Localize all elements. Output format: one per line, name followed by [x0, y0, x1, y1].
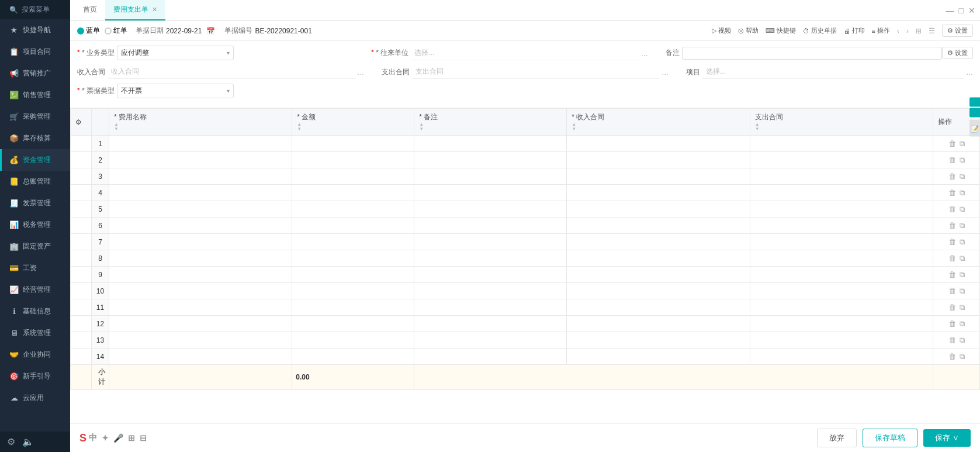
row-amount-6[interactable] [292, 218, 414, 234]
row-copy-icon-10[interactable]: ⧉ [960, 287, 965, 296]
row-name-13[interactable] [109, 332, 292, 349]
row-delete-icon-11[interactable]: 🗑 [948, 303, 956, 312]
row-delete-icon-13[interactable]: 🗑 [948, 336, 956, 345]
row-name-10[interactable] [109, 283, 292, 299]
row-copy-icon-12[interactable]: ⧉ [960, 319, 965, 329]
row-amount-7[interactable] [292, 234, 414, 250]
tab-close-expense-bill[interactable]: ✕ [152, 6, 157, 13]
col-income-sort[interactable]: ▲▼ [572, 122, 744, 132]
row-note-1[interactable] [414, 136, 567, 152]
sidebar-item-project-contract[interactable]: 📋 项目合同 [0, 41, 70, 63]
row-delete-icon-9[interactable]: 🗑 [948, 270, 956, 280]
col-name-sort[interactable]: ▲▼ [114, 122, 287, 132]
row-income-1[interactable] [567, 136, 750, 152]
col-header-expense[interactable]: 支出合同 ▲▼ [750, 109, 933, 136]
row-income-7[interactable] [567, 234, 750, 250]
tab-expense-bill[interactable]: 费用支出单✕ [105, 0, 165, 20]
row-name-11[interactable] [109, 299, 292, 316]
save-button[interactable]: 保存 ∨ [923, 429, 971, 447]
row-income-14[interactable] [567, 349, 750, 365]
sidebar-item-finance[interactable]: 💰 资金管理 [0, 149, 70, 171]
row-note-2[interactable] [414, 152, 567, 168]
settings-btn[interactable]: ⚙ 设置 [942, 25, 973, 37]
row-delete-icon-5[interactable]: 🗑 [948, 205, 956, 214]
row-amount-9[interactable] [292, 267, 414, 283]
row-copy-icon-14[interactable]: ⧉ [960, 352, 965, 361]
partner-input[interactable]: 选择... [411, 46, 639, 60]
action-btn[interactable]: ≡ 操作 [872, 26, 890, 35]
row-amount-10[interactable] [292, 283, 414, 299]
expense-contract-input[interactable]: 支出合同 [412, 65, 659, 79]
grid-view-icon[interactable]: ⊞ [916, 27, 922, 35]
project-dots[interactable]: ... [966, 67, 973, 77]
row-expense-3[interactable] [750, 168, 933, 185]
row-copy-icon-5[interactable]: ⧉ [960, 205, 965, 214]
row-amount-2[interactable] [292, 152, 414, 168]
help-btn[interactable]: ◎ 帮助 [738, 26, 759, 35]
sidebar-item-accounting[interactable]: 📒 总账管理 [0, 171, 70, 192]
close-icon[interactable]: ✕ [968, 6, 975, 15]
maximize-icon[interactable]: □ [959, 6, 964, 15]
row-income-5[interactable] [567, 201, 750, 218]
logo-icon-2[interactable]: ✦ [102, 433, 109, 443]
row-name-7[interactable] [109, 234, 292, 250]
row-expense-14[interactable] [750, 349, 933, 365]
row-expense-1[interactable] [750, 136, 933, 152]
row-name-8[interactable] [109, 250, 292, 267]
col-header-name[interactable]: * 费用名称 ▲▼ [109, 109, 292, 136]
row-expense-4[interactable] [750, 185, 933, 201]
col-header-settings[interactable]: ⚙ [71, 109, 92, 136]
row-copy-icon-6[interactable]: ⧉ [960, 221, 965, 230]
row-delete-icon-2[interactable]: 🗑 [948, 156, 956, 165]
row-delete-icon-14[interactable]: 🗑 [948, 352, 956, 361]
project-input[interactable]: 选择... [702, 65, 964, 79]
row-amount-1[interactable] [292, 136, 414, 152]
sidebar-item-newcomer[interactable]: 🎯 新手引导 [0, 365, 70, 387]
sidebar-item-invoice[interactable]: 🧾 发票管理 [0, 192, 70, 214]
sidebar-item-fixed-assets[interactable]: 🏢 固定资产 [0, 236, 70, 257]
row-name-2[interactable] [109, 152, 292, 168]
row-copy-icon-7[interactable]: ⧉ [960, 237, 965, 247]
row-expense-13[interactable] [750, 332, 933, 349]
row-note-9[interactable] [414, 267, 567, 283]
sidebar-item-payroll[interactable]: 💳 工资 [0, 257, 70, 279]
row-copy-icon-11[interactable]: ⧉ [960, 303, 965, 312]
note-input[interactable] [682, 47, 942, 60]
row-note-8[interactable] [414, 250, 567, 267]
row-copy-icon-4[interactable]: ⧉ [960, 188, 965, 198]
col-header-amount[interactable]: * 金额 ▲▼ [292, 109, 414, 136]
row-amount-12[interactable] [292, 316, 414, 332]
row-note-11[interactable] [414, 299, 567, 316]
row-delete-icon-6[interactable]: 🗑 [948, 221, 956, 230]
col-amount-sort[interactable]: ▲▼ [297, 122, 409, 132]
calendar-icon[interactable]: 📅 [206, 27, 215, 35]
income-contract-dots[interactable]: ... [357, 67, 364, 77]
row-amount-4[interactable] [292, 185, 414, 201]
row-copy-icon-8[interactable]: ⧉ [960, 254, 965, 263]
biz-type-select[interactable]: 应付调整 ▾ [117, 46, 234, 60]
row-expense-6[interactable] [750, 218, 933, 234]
video-btn[interactable]: ▷ 视频 [712, 26, 731, 35]
row-note-4[interactable] [414, 185, 567, 201]
print-btn[interactable]: 🖨 打印 [844, 26, 865, 35]
row-delete-icon-1[interactable]: 🗑 [948, 139, 956, 149]
row-note-13[interactable] [414, 332, 567, 349]
logo-icon-3[interactable]: 🎤 [113, 433, 123, 443]
row-income-12[interactable] [567, 316, 750, 332]
row-copy-icon-1[interactable]: ⧉ [960, 139, 965, 149]
row-delete-icon-10[interactable]: 🗑 [948, 287, 956, 296]
row-name-1[interactable] [109, 136, 292, 152]
col-header-income[interactable]: * 收入合同 ▲▼ [567, 109, 750, 136]
row-amount-11[interactable] [292, 299, 414, 316]
sidebar-item-operations[interactable]: 📈 经营管理 [0, 279, 70, 301]
sidebar-item-quick-nav[interactable]: ★ 快捷导航 [0, 19, 70, 41]
row-income-2[interactable] [567, 152, 750, 168]
list-view-icon[interactable]: ☰ [929, 27, 935, 35]
row-expense-9[interactable] [750, 267, 933, 283]
nav-next-icon[interactable]: › [906, 27, 909, 35]
row-note-12[interactable] [414, 316, 567, 332]
sidebar-item-basic-info[interactable]: ℹ 基础信息 [0, 301, 70, 322]
history-btn[interactable]: ⏱ 历史单据 [803, 26, 837, 35]
row-note-14[interactable] [414, 349, 567, 365]
row-name-4[interactable] [109, 185, 292, 201]
